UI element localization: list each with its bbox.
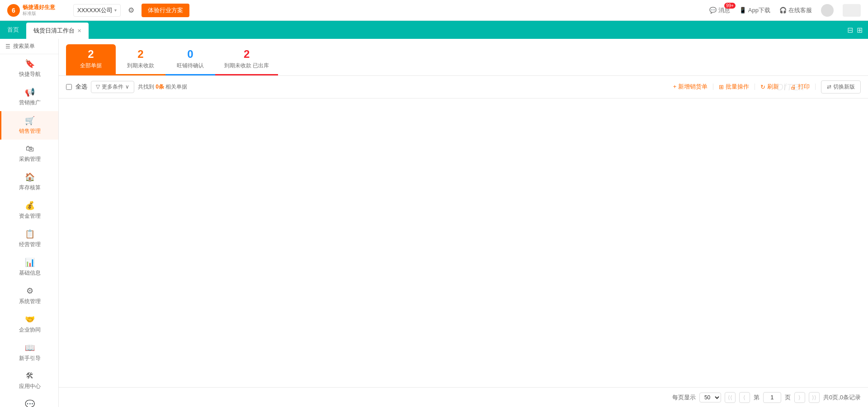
main-layout: ☰ 搜索菜单 🔖 快捷导航 📢 营销推广 🛒 销售管理 🛍 采购管理 🏠 库存核…	[0, 39, 868, 407]
sidebar: ☰ 搜索菜单 🔖 快捷导航 📢 营销推广 🛒 销售管理 🛍 采购管理 🏠 库存核…	[0, 39, 59, 407]
tab-close-icon[interactable]: ✕	[77, 28, 81, 34]
sidebar-label-apps: 应用中心	[19, 383, 41, 390]
toolbar-left: 全选 ▽ 更多条件 ∨ 共找到 0条 相关单据	[66, 81, 670, 93]
filter-icon: ▽	[96, 84, 100, 90]
logo-sub: 标准版	[23, 11, 55, 16]
sidebar-item-guide[interactable]: 📖 新手引导	[0, 338, 58, 367]
filter-button[interactable]: ▽ 更多条件 ∨	[91, 81, 134, 93]
sidebar-item-quick-nav[interactable]: 🔖 快捷导航	[0, 54, 58, 83]
tab-home[interactable]: 首页	[0, 21, 26, 39]
new-sale-button[interactable]: + 新增销货单	[673, 83, 708, 91]
settings-icon[interactable]: ⚙	[124, 4, 138, 17]
page-label-first: 第	[754, 393, 760, 402]
switch-new-button[interactable]: ⇄ 切换新版	[821, 80, 861, 94]
refresh-icon: ↻	[760, 84, 765, 90]
filter-chevron: ∨	[125, 84, 129, 90]
sidebar-item-purchase[interactable]: 🛍 采购管理	[0, 140, 58, 168]
sidebar-label-inventory: 库存核算	[19, 184, 41, 192]
batch-button[interactable]: ⊞ 批量操作	[719, 83, 749, 91]
experience-button[interactable]: 体验行业方案	[142, 4, 189, 17]
sidebar-icon-purchase: 🛍	[26, 144, 34, 154]
found-suffix: 相关单据	[165, 84, 187, 90]
per-page-select[interactable]: 50	[699, 393, 721, 402]
stat-tab-all[interactable]: 2 全部单据	[66, 44, 116, 75]
sidebar-label-enterprise: 企业协同	[19, 326, 41, 334]
total-label: 共0页,0条记录	[823, 393, 861, 402]
toolbar-right: + 新增销货单 ⊞ 批量操作 ↻ 刷新 🖨 打印 ⇄	[673, 80, 861, 94]
sidebar-label-purchase: 采购管理	[19, 155, 41, 163]
tab-collapse-button[interactable]: ⊟	[847, 26, 853, 34]
stat-tab-overdue[interactable]: 2 到期未收款	[116, 44, 165, 75]
tab-expand-button[interactable]: ⊞	[857, 26, 863, 34]
switch-label: 切换新版	[833, 83, 855, 91]
logo-area: 6 畅捷通好生意 标准版	[7, 4, 66, 17]
sidebar-item-wechat[interactable]: 💬 企业微信	[0, 395, 58, 407]
page-prev-button[interactable]: ⟨	[739, 392, 750, 403]
pagination-bar: 每页显示 50 ⟨⟨ ⟨ 第 页 ⟩ ⟩⟩ 共0页,0条记录	[59, 387, 868, 407]
print-label: 打印	[798, 83, 810, 91]
tab-bar-actions: ⊟ ⊞	[847, 26, 868, 34]
batch-label: 批量操作	[726, 83, 749, 91]
sidebar-label-operations: 经营管理	[19, 241, 41, 248]
print-button[interactable]: 🖨 打印	[790, 83, 810, 91]
sidebar-label-system: 系统管理	[19, 298, 41, 305]
sidebar-item-marketing[interactable]: 📢 营销推广	[0, 83, 58, 111]
divider-1	[713, 84, 713, 90]
empty-area	[59, 98, 868, 387]
per-page-label: 每页显示	[672, 393, 696, 402]
top-header: 6 畅捷通好生意 标准版 XXXXXX公司 ▾ ⚙ 体验行业方案 💬 消息 99…	[0, 0, 868, 21]
divider-2	[755, 84, 755, 90]
sidebar-item-inventory[interactable]: 🏠 库存核算	[0, 168, 58, 196]
logo-title: 畅捷通好生意	[23, 4, 55, 10]
sidebar-item-basics[interactable]: 📊 基础信息	[0, 253, 58, 281]
page-input[interactable]	[763, 392, 781, 403]
stat-label-wangpu: 旺铺待确认	[177, 62, 204, 70]
phone-icon: 📱	[739, 7, 746, 14]
page-label-middle: 页	[785, 393, 791, 402]
company-name: XXXXXX公司	[77, 6, 113, 14]
online-service-action[interactable]: 🎧 在线客服	[779, 6, 812, 14]
batch-icon: ⊞	[719, 84, 724, 90]
search-icon: ☰	[5, 43, 10, 50]
tab-home-label: 首页	[7, 26, 19, 34]
sidebar-icon-quick-nav: 🔖	[25, 59, 35, 69]
stat-number-all: 2	[88, 48, 94, 61]
avatar[interactable]	[821, 4, 834, 17]
print-icon: 🖨	[790, 84, 796, 90]
stat-label-shipped: 到期未收款 已出库	[224, 62, 269, 70]
logo-text: 畅捷通好生意 标准版	[23, 4, 55, 16]
chevron-down-icon: ▾	[114, 8, 117, 13]
sidebar-search[interactable]: ☰ 搜索菜单	[0, 39, 58, 54]
sidebar-item-sales[interactable]: 🛒 销售管理	[0, 111, 58, 140]
sidebar-item-finance[interactable]: 💰 资金管理	[0, 196, 58, 225]
sidebar-item-operations[interactable]: 📋 经营管理	[0, 225, 58, 253]
tab-bar: 首页 钱货日清工作台 ✕ ⊟ ⊞	[0, 21, 868, 39]
page-next-button[interactable]: ⟩	[794, 392, 805, 403]
username-area	[843, 4, 861, 17]
page-last-button[interactable]: ⟩⟩	[809, 392, 820, 403]
message-badge: 99+	[724, 3, 736, 9]
sidebar-icon-system: ⚙	[26, 286, 33, 296]
tab-workbench[interactable]: 钱货日清工作台 ✕	[26, 23, 89, 39]
stat-tab-shipped[interactable]: 2 到期未收款 已出库	[215, 44, 278, 75]
stat-number-wangpu: 0	[187, 48, 193, 61]
stat-label-overdue: 到期未收款	[127, 62, 154, 70]
logo-icon: 6	[7, 4, 20, 17]
page-first-button[interactable]: ⟨⟨	[725, 392, 736, 403]
message-action[interactable]: 💬 消息 99+	[709, 6, 730, 14]
stat-tab-wangpu[interactable]: 0 旺铺待确认	[165, 44, 215, 75]
sidebar-item-apps[interactable]: 🛠 应用中心	[0, 367, 58, 395]
filter-label: 更多条件	[102, 83, 123, 91]
refresh-button[interactable]: ↻ 刷新	[760, 83, 779, 91]
sidebar-item-system[interactable]: ⚙ 系统管理	[0, 281, 58, 310]
sidebar-icon-guide: 📖	[25, 343, 35, 353]
company-selector[interactable]: XXXXXX公司 ▾	[73, 4, 121, 17]
select-all-label: 全选	[75, 83, 87, 91]
sidebar-item-enterprise[interactable]: 🤝 企业协同	[0, 310, 58, 338]
app-download-action[interactable]: 📱 App下载	[739, 6, 770, 14]
sidebar-search-label: 搜索菜单	[13, 42, 35, 50]
header-right: 💬 消息 99+ 📱 App下载 🎧 在线客服	[709, 4, 861, 17]
sidebar-label-sales: 销售管理	[19, 127, 41, 135]
refresh-label: 刷新	[767, 83, 779, 91]
select-all-checkbox[interactable]	[66, 84, 72, 90]
